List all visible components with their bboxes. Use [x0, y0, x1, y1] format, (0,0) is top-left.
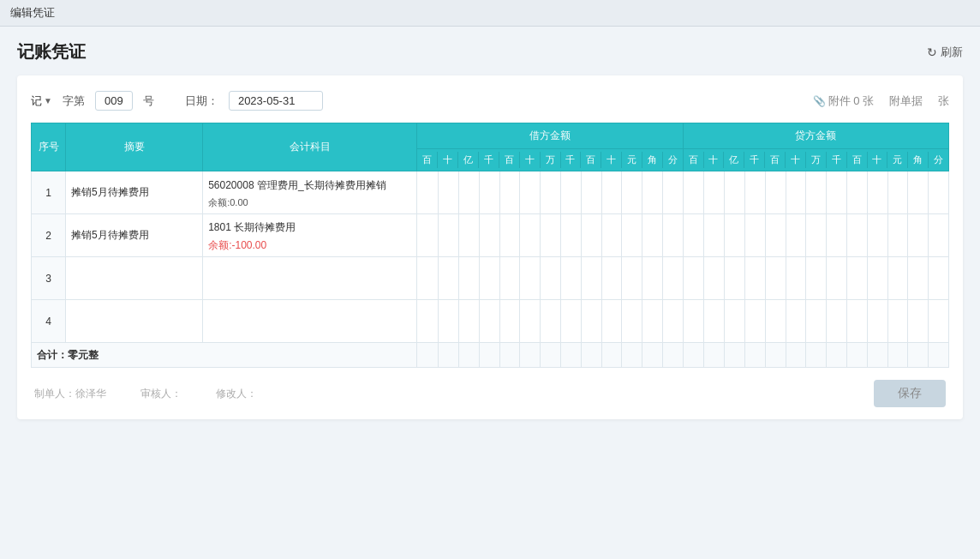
voucher-table: 序号 摘要 会计科目 借方金额 贷方金额 百 十 亿 千 百 十 [31, 123, 949, 368]
amount-cell [540, 343, 560, 367]
paperclip-icon: 📎 [813, 95, 826, 107]
amount-cell [540, 300, 560, 342]
row1-balance: 余额:0.00 [208, 196, 411, 209]
voucher-number[interactable]: 009 [95, 91, 133, 111]
main-area: 记账凭证 ↻ 刷新 记 ▼ 字第 009 号 日期： 2023-05-31 📎 … [0, 27, 980, 559]
save-button[interactable]: 保存 [874, 380, 946, 407]
amount-cell [826, 257, 846, 299]
amount-cell [744, 214, 765, 256]
amount-cell [458, 300, 479, 342]
amount-cell [724, 300, 744, 342]
amount-cell [703, 257, 724, 299]
row3-account[interactable] [203, 257, 417, 300]
amount-cell [724, 214, 744, 256]
amount-cell [867, 214, 887, 256]
amount-cell [805, 343, 826, 367]
amount-cell [786, 171, 806, 213]
amount-cell [479, 257, 499, 299]
amount-cell [805, 300, 826, 342]
amount-cell [458, 257, 479, 299]
col-header-summary: 摘要 [66, 123, 203, 171]
amount-cell [907, 171, 928, 213]
amount-cell [621, 171, 642, 213]
col-header-debit: 借方金额 [417, 123, 683, 149]
amount-cell [662, 343, 683, 367]
amount-cell [417, 257, 438, 299]
debit-sub-十2: 十 [519, 152, 540, 168]
amount-cell [765, 171, 786, 213]
amount-cell [662, 257, 683, 299]
debit-sub-元: 元 [621, 152, 642, 168]
amount-cell [724, 257, 744, 299]
amount-cell [887, 300, 908, 342]
row3-credit[interactable] [683, 257, 948, 300]
amount-cell [642, 214, 662, 256]
amount-cell [438, 300, 458, 342]
zhang-label: 张 [938, 93, 949, 109]
debit-sub-千2: 千 [560, 152, 581, 168]
attachments-area: 📎 附件 0 张 附单据 张 [813, 93, 949, 109]
row3-debit[interactable] [417, 257, 683, 300]
amount-cell [458, 214, 479, 256]
amount-cell [826, 171, 846, 213]
amount-cell [703, 171, 724, 213]
row4-credit[interactable] [683, 300, 948, 343]
row4-debit[interactable] [417, 300, 683, 343]
row1-summary[interactable]: 摊销5月待摊费用 [66, 171, 203, 214]
date-field[interactable]: 2023-05-31 [229, 91, 323, 111]
amount-cell [744, 171, 765, 213]
amount-cell [458, 343, 479, 367]
amount-cell [867, 171, 887, 213]
amount-cell [786, 257, 806, 299]
amount-cell [662, 214, 683, 256]
row2-debit[interactable] [417, 214, 683, 257]
amount-cell [540, 171, 560, 213]
amount-cell [805, 257, 826, 299]
amount-cell [601, 257, 622, 299]
row1-debit[interactable] [417, 171, 683, 214]
table-row: 2 摊销5月待摊费用 1801 长期待摊费用 余额:-100.00 [32, 214, 949, 257]
amount-cell [662, 300, 683, 342]
amount-cell [540, 214, 560, 256]
credit-sub-元: 元 [887, 152, 907, 168]
voucher-card: 记 ▼ 字第 009 号 日期： 2023-05-31 📎 附件 0 张 附单据… [17, 75, 963, 419]
row1-credit[interactable] [683, 171, 948, 214]
amount-cell [928, 171, 948, 213]
attach-link[interactable]: 📎 附件 0 张 [813, 93, 874, 109]
voucher-type-select[interactable]: 记 ▼ [31, 93, 52, 109]
row2-account[interactable]: 1801 长期待摊费用 余额:-100.00 [203, 214, 417, 257]
amount-cell [499, 300, 520, 342]
amount-cell [662, 171, 683, 213]
row2-credit[interactable] [683, 214, 948, 257]
amount-cell [805, 214, 826, 256]
refresh-button[interactable]: ↻ 刷新 [927, 45, 963, 60]
amount-cell [744, 343, 765, 367]
amount-cell [744, 257, 765, 299]
row4-summary[interactable] [66, 300, 203, 343]
row4-account[interactable] [203, 300, 417, 343]
row2-summary[interactable]: 摊销5月待摊费用 [66, 214, 203, 257]
form-row: 记 ▼ 字第 009 号 日期： 2023-05-31 📎 附件 0 张 附单据… [31, 91, 949, 111]
amount-cell [642, 171, 662, 213]
amount-cell [581, 300, 601, 342]
attach-single-label[interactable]: 附单据 [889, 93, 923, 109]
row1-account[interactable]: 56020008 管理费用_长期待摊费用摊销 余额:0.00 [203, 171, 417, 214]
amount-cell [867, 300, 887, 342]
credit-sub-分: 分 [928, 152, 948, 168]
amount-cell [765, 257, 786, 299]
row3-summary[interactable] [66, 257, 203, 300]
amount-cell [438, 171, 458, 213]
total-row: 合计：零元整 [32, 343, 949, 368]
amount-cell [765, 343, 786, 367]
amount-cell [601, 214, 622, 256]
amount-cell [826, 343, 846, 367]
amount-cell [867, 257, 887, 299]
amount-cell [621, 343, 642, 367]
debit-sub-十: 十 [437, 152, 457, 168]
title-bar: 编辑凭证 [0, 0, 980, 27]
amount-cell [479, 300, 499, 342]
amount-cell [724, 171, 744, 213]
total-credit [683, 343, 948, 368]
credit-sub-十: 十 [703, 152, 724, 168]
col-subheader-credit: 百 十 亿 千 百 十 万 千 百 十 元 角 分 [683, 149, 948, 171]
